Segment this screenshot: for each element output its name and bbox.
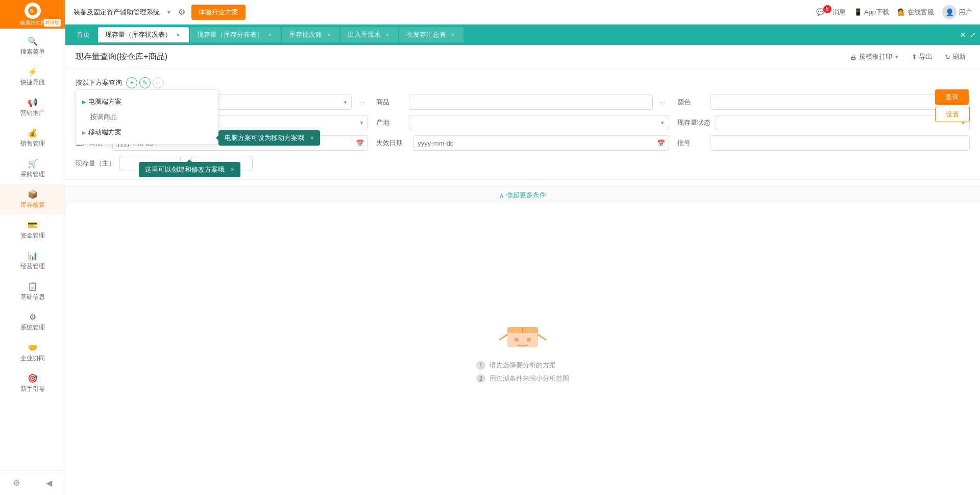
sidebar-item-guide[interactable]: 🎯 新手引导 (0, 368, 65, 398)
main-area: 装备及固定资产辅助管理系统 ▼ ⚙ 体验行业方案 💬 6 消息 📱 App下载 … (65, 0, 980, 495)
refresh-btn[interactable]: ↻ 刷新 (941, 50, 970, 63)
tab-summary[interactable]: 收发存汇总表 × (399, 27, 463, 42)
tooltip-1-text: 电脑方案可设为移动方案哦 (225, 134, 304, 142)
query-btn[interactable]: 查询 (935, 89, 969, 105)
system-title-arrow: ▼ (166, 9, 172, 16)
color-select[interactable] (710, 95, 970, 110)
refresh-icon: ↻ (945, 53, 950, 61)
sidebar-item-basic[interactable]: 📋 基础信息 (0, 276, 65, 307)
mobile-scheme-label: 移动端方案 (88, 128, 121, 137)
tooltip-2-text: 这里可以创建和修改方案哦 (145, 166, 225, 173)
user-area[interactable]: 👤 用户 (942, 5, 972, 19)
print-btn[interactable]: 🖨 按模板打印 ▼ (846, 50, 903, 63)
product-label: 商品 (376, 98, 405, 107)
tab-home[interactable]: 首页 (69, 27, 97, 42)
sidebar-item-collab[interactable]: 🤝 企业协同 (0, 337, 65, 368)
sidebar-item-finance[interactable]: 💳 资金管理 (0, 215, 65, 245)
tab-stock-dist-label: 现存量（库存分布表） (197, 30, 263, 39)
tab-batch-close[interactable]: × (325, 31, 332, 38)
expiry-date-label: 失效日期 (376, 138, 409, 148)
product-dots[interactable]: ··· (657, 96, 669, 108)
add-scheme-btn[interactable]: + (126, 77, 137, 88)
tooltip-create-scheme: 这里可以创建和修改方案哦 × (139, 162, 240, 177)
product-input[interactable] (409, 95, 652, 110)
tab-batch[interactable]: 库存批次账 × (282, 27, 339, 42)
sidebar-label-guide: 新手引导 (20, 385, 45, 393)
edit-scheme-btn[interactable]: ✎ (139, 77, 151, 88)
tab-stock-status[interactable]: 现存量（库存状况表） × (98, 27, 189, 42)
scheme-sub-1[interactable]: 按调商品 (76, 109, 218, 125)
step-num-2: 2 (476, 374, 485, 383)
tab-bar: 首页 现存量（库存状况表） × 现存量（库存分布表） × 库存批次账 × 出入库… (65, 25, 980, 45)
svg-line-8 (538, 335, 546, 340)
expiry-date-input-wrap: 📅 (413, 135, 669, 151)
batch-input[interactable] (710, 135, 970, 151)
management-icon: 📊 (28, 250, 38, 261)
filter-collapse-btn[interactable]: ∧ 收起更多条件 (65, 186, 980, 204)
sidebar-item-sales[interactable]: 💰 销售管理 (0, 123, 65, 153)
message-label: 消息 (832, 8, 846, 17)
industry-btn[interactable]: 体验行业方案 (191, 5, 246, 20)
sidebar-item-inventory[interactable]: 📦 库存核算 (0, 184, 65, 215)
app-name: 畅通好生意 (20, 20, 45, 26)
mobile-scheme-item[interactable]: ▶ 移动端方案 (76, 125, 218, 140)
svg-text:6: 6 (30, 8, 33, 14)
message-badge: 6 (823, 5, 831, 13)
sidebar-item-marketing[interactable]: 📢 营销推广 (0, 92, 65, 123)
sidebar-collapse-btn[interactable]: ◀ (44, 476, 54, 490)
tab-home-label: 首页 (77, 30, 90, 39)
sales-icon: 💰 (28, 128, 38, 138)
quick-nav-icon: ⚡ (28, 66, 38, 77)
system-title: 装备及固定资产辅助管理系统 (74, 8, 160, 17)
tab-flow-label: 出入库流水 (348, 30, 381, 39)
guide-icon: 🎯 (28, 373, 38, 383)
export-btn[interactable]: ⬆ 导出 (908, 50, 937, 63)
arrow-left-btn[interactable]: ← (153, 77, 164, 88)
online-support-btn[interactable]: 💁 在线客服 (897, 8, 934, 17)
tab-close-all-btn[interactable]: × (960, 30, 966, 40)
header-icons: 💬 6 消息 📱 App下载 💁 在线客服 👤 用户 (816, 5, 972, 19)
warehouse-dots[interactable]: ··· (356, 96, 368, 108)
app-download-label: App下载 (864, 8, 889, 17)
sidebar-item-purchase[interactable]: 🛒 采购管理 (0, 153, 65, 184)
tab-expand-btn[interactable]: ⤢ (970, 31, 976, 39)
support-icon: 💁 (897, 8, 905, 16)
sidebar-label-nav: 快捷导航 (20, 78, 45, 87)
system-icon: ⚙ (28, 312, 38, 322)
expiry-date-field: 失效日期 📅 (376, 135, 669, 151)
filter-header-actions: + ✎ ← (126, 77, 164, 88)
sidebar-settings-btn[interactable]: ⚙ (11, 476, 22, 490)
tab-summary-close[interactable]: × (449, 31, 456, 38)
pc-scheme-item[interactable]: ▶ 电脑端方案 (76, 94, 218, 109)
sidebar-label-finance: 资金管理 (20, 231, 45, 240)
app-download-btn[interactable]: 📱 App下载 (854, 8, 889, 17)
sidebar-item-nav[interactable]: ⚡ 快捷导航 (0, 61, 65, 92)
sidebar-item-management[interactable]: 📊 经营管理 (0, 245, 65, 276)
tab-batch-label: 库存批次账 (289, 30, 322, 39)
tooltip-2-close[interactable]: × (231, 166, 234, 173)
tab-stock-dist[interactable]: 现存量（库存分布表） × (190, 27, 281, 42)
stock-status-select-wrapper: ▼ (715, 115, 970, 130)
user-avatar: 👤 (942, 5, 957, 19)
stock-status-select[interactable] (715, 115, 970, 130)
sidebar-label-system: 系统管理 (20, 323, 45, 332)
sidebar-item-system[interactable]: ⚙ 系统管理 (0, 307, 65, 337)
sidebar-label-basic: 基础信息 (20, 293, 45, 301)
tab-stock-status-close[interactable]: × (175, 31, 182, 38)
origin-select[interactable] (409, 115, 669, 130)
tab-stock-dist-close[interactable]: × (266, 31, 274, 38)
gear-btn[interactable]: ⚙ (178, 7, 185, 17)
tab-flow[interactable]: 出入库流水 × (340, 27, 398, 42)
sidebar-bottom: ⚙ ◀ (0, 470, 65, 495)
expiry-date-input[interactable] (413, 135, 669, 151)
empty-steps: 1 请先选择要分析的方案 2 用过滤条件来缩小分析范围 (476, 361, 569, 387)
settings-btn[interactable]: 设置 (935, 107, 970, 122)
tab-flow-close[interactable]: × (384, 31, 391, 38)
sidebar-item-search[interactable]: 🔍 搜索菜单 (0, 31, 65, 61)
tooltip-1-close[interactable]: × (310, 134, 314, 142)
print-label: 按模板打印 (859, 52, 892, 61)
message-btn[interactable]: 💬 6 消息 (816, 8, 846, 17)
export-label: 导出 (919, 52, 933, 61)
pc-scheme-arrow: ▶ (82, 99, 86, 105)
finance-icon: 💳 (28, 220, 38, 230)
